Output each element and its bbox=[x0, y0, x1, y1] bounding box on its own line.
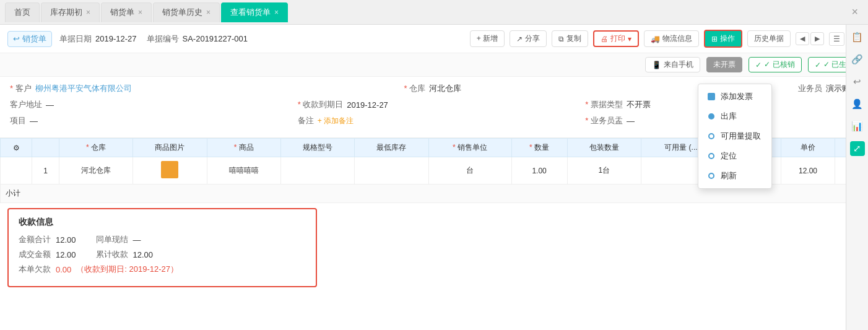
payment-row-2: 成交金额 12.00 累计收款 12.00 bbox=[19, 249, 306, 260]
sidebar-icon-expand[interactable]: ⤢ bbox=[850, 141, 865, 156]
logistics-button[interactable]: 🚚 物流信息 bbox=[644, 30, 699, 47]
dropdown-refresh[interactable]: 刷新 bbox=[698, 166, 771, 186]
add-remark-button[interactable]: 添加备注 bbox=[318, 116, 354, 126]
close-sales-order[interactable]: × bbox=[138, 8, 142, 17]
customer-value[interactable]: 柳州粤港平安气体有限公司 bbox=[35, 83, 132, 94]
toolbar: + 新增 ↗ 分享 ⧉ 复制 🖨 打印 ▾ 🚚 物流信息 ⊞ 操作 bbox=[470, 30, 861, 48]
doc-type-badge: ↩ 销货单 bbox=[7, 31, 52, 47]
add-invoice-label: 添加发票 bbox=[721, 91, 753, 102]
operate-dropdown: 添加发票 出库 可用量提取 定位 刷新 bbox=[698, 84, 772, 189]
total-amount-value: 12.00 bbox=[56, 235, 76, 245]
share-button[interactable]: ↗ 分享 bbox=[510, 30, 547, 47]
warehouse-label: 仓库 bbox=[404, 83, 426, 94]
doc-type-label: 销货单 bbox=[22, 33, 46, 45]
sidebar-icon-back[interactable]: ↩ bbox=[850, 74, 865, 89]
window-close-button[interactable]: × bbox=[846, 6, 863, 19]
document-header: ↩ 销货单 单据日期 2019-12-27 单据编号 SA-20191227-0… bbox=[0, 25, 868, 53]
deal-amount-value: 12.00 bbox=[56, 250, 76, 259]
col-settings[interactable]: ⚙ bbox=[1, 139, 32, 157]
tab-view-sales[interactable]: 查看销货单 × bbox=[221, 2, 288, 22]
tab-sales-order[interactable]: 销货单 × bbox=[101, 2, 152, 22]
close-view-sales[interactable]: × bbox=[274, 8, 279, 17]
address-label: 客户地址 bbox=[10, 99, 42, 110]
verified-icon: ✓ bbox=[755, 61, 762, 69]
payment-row-1: 金额合计 12.00 同单现结 — bbox=[19, 234, 306, 245]
operate-button[interactable]: ⊞ 操作 bbox=[704, 30, 742, 48]
prev-button[interactable]: ◀ bbox=[796, 32, 809, 45]
list-view-button[interactable]: ☰ bbox=[829, 32, 844, 46]
cumulative-field: 累计收款 12.00 bbox=[96, 249, 154, 260]
history-label: 历史单据 bbox=[754, 33, 784, 44]
col-unit-price: 单价 bbox=[781, 139, 835, 157]
dropdown-locate[interactable]: 定位 bbox=[698, 146, 771, 166]
doc-type-icon: ↩ bbox=[13, 34, 20, 43]
history-button[interactable]: 历史单据 bbox=[747, 30, 791, 47]
locate-icon bbox=[707, 152, 716, 160]
new-button[interactable]: + 新增 bbox=[470, 30, 505, 47]
not-open-ticket-button[interactable]: 未开票 bbox=[706, 57, 742, 72]
col-quantity: 数量 bbox=[511, 139, 567, 157]
nav-arrows: ◀ ▶ bbox=[796, 32, 824, 45]
row-quantity: 1.00 bbox=[511, 157, 567, 185]
verified-label: ✓ 已核销 bbox=[764, 59, 794, 70]
dropdown-available-extract[interactable]: 可用量提取 bbox=[698, 126, 771, 146]
available-extract-label: 可用量提取 bbox=[721, 131, 761, 142]
not-open-label: 未开票 bbox=[713, 59, 736, 70]
total-amount-label: 金额合计 bbox=[19, 234, 51, 245]
print-button[interactable]: 🖨 打印 ▾ bbox=[593, 30, 639, 47]
sidebar-icon-notes[interactable]: 📋 bbox=[850, 30, 865, 45]
doc-meta: 单据日期 2019-12-27 单据编号 SA-20191227-001 bbox=[59, 33, 470, 45]
payment-title: 收款信息 bbox=[19, 217, 306, 228]
refresh-icon bbox=[707, 172, 716, 180]
next-button[interactable]: ▶ bbox=[810, 32, 824, 45]
tab-sales-history[interactable]: 销货单历史 × bbox=[153, 2, 220, 22]
close-sales-history[interactable]: × bbox=[206, 8, 210, 17]
product-thumbnail bbox=[161, 161, 178, 178]
outbound-label: 出库 bbox=[721, 111, 737, 122]
mobile-icon: 📱 bbox=[652, 61, 661, 69]
row-product: 嘻嘻嘻嘻 bbox=[207, 157, 280, 185]
same-order-label: 同单现结 bbox=[96, 234, 128, 245]
sales-staff-label: 业务员盂 bbox=[585, 115, 623, 126]
row-min-stock bbox=[355, 157, 428, 185]
doc-date-field: 单据日期 2019-12-27 bbox=[59, 33, 137, 45]
dropdown-add-invoice[interactable]: 添加发票 bbox=[698, 87, 771, 106]
row-no: 1 bbox=[32, 157, 59, 185]
verified-button[interactable]: ✓ ✓ 已核销 bbox=[749, 57, 801, 72]
row-settings bbox=[1, 157, 32, 185]
mobile-label: 来自手机 bbox=[664, 59, 693, 70]
row-pack-qty: 1台 bbox=[567, 157, 641, 185]
sales-staff-value: — bbox=[627, 116, 635, 126]
same-order-field: 同单现结 — bbox=[96, 234, 141, 245]
row-spec bbox=[280, 157, 354, 185]
same-order-value: — bbox=[133, 235, 141, 245]
copy-button[interactable]: ⧉ 复制 bbox=[552, 30, 588, 47]
project-label: 项目 bbox=[10, 115, 26, 126]
dropdown-outbound[interactable]: 出库 bbox=[698, 106, 771, 126]
row-image bbox=[133, 157, 207, 185]
close-inventory-init[interactable]: × bbox=[86, 8, 90, 17]
copy-label: 复制 bbox=[566, 33, 581, 44]
customer-field: 客户 柳州粤港平安气体有限公司 bbox=[10, 83, 389, 94]
address-field: 客户地址 — bbox=[10, 99, 283, 110]
staff-label: 业务员 bbox=[798, 83, 822, 94]
doc-number-value: SA-20191227-001 bbox=[183, 34, 248, 43]
address-value: — bbox=[46, 100, 54, 110]
col-sales-unit: 销售单位 bbox=[428, 139, 511, 157]
sidebar-icon-link[interactable]: 🔗 bbox=[850, 52, 865, 67]
project-value: — bbox=[30, 116, 38, 126]
tab-home[interactable]: 首页 bbox=[5, 2, 40, 22]
sidebar-icon-chart[interactable]: 📊 bbox=[850, 119, 865, 134]
doc-number-field: 单据编号 SA-20191227-001 bbox=[147, 33, 248, 45]
ticket-type-value: 不开票 bbox=[627, 99, 651, 110]
row-sales-unit: 台 bbox=[428, 157, 511, 185]
arrears-label: 本单欠款 bbox=[19, 264, 51, 275]
col-product: 商品 bbox=[207, 139, 280, 157]
mobile-source-button[interactable]: 📱 来自手机 bbox=[645, 57, 700, 72]
sidebar-icon-user[interactable]: 👤 bbox=[850, 97, 865, 111]
tab-inventory-init[interactable]: 库存期初 × bbox=[41, 2, 100, 22]
row-unit-price: 12.00 bbox=[781, 157, 835, 185]
payment-date-value: 2019-12-27 bbox=[347, 100, 388, 110]
arrears-value: 0.00 bbox=[56, 265, 71, 274]
logistics-label: 物流信息 bbox=[662, 33, 692, 44]
